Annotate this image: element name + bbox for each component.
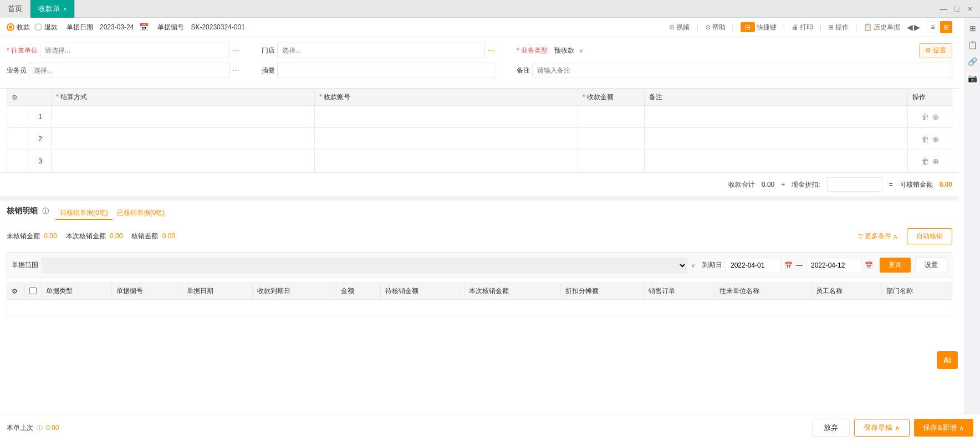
account-input-2[interactable] — [315, 128, 578, 150]
td-row2-account[interactable] — [315, 128, 578, 150]
amount-input-1[interactable] — [578, 106, 644, 127]
amount-input-2[interactable] — [578, 128, 644, 150]
section-info-icon[interactable]: ⓘ — [42, 207, 49, 216]
th-action: 操作 — [908, 89, 952, 106]
settlement-input-3[interactable] — [52, 150, 314, 172]
save-draft-btn[interactable]: 保存草稿 ∧ — [854, 419, 910, 437]
td-row3-settlement[interactable] — [52, 150, 315, 172]
settlement-input-2[interactable] — [52, 128, 314, 150]
history-action[interactable]: 📋 历史单据 — [864, 23, 900, 32]
td-row2-remark[interactable] — [645, 128, 908, 150]
bth-checkbox[interactable] — [25, 283, 42, 300]
salesman-input[interactable] — [29, 63, 230, 78]
th-amount: 收款金额 — [578, 89, 645, 106]
amount-input-3[interactable] — [578, 150, 644, 172]
done-tab[interactable]: 已核销单据(0笔) — [113, 207, 170, 220]
date-from-input[interactable] — [726, 258, 781, 273]
date-range-filter: 到期日 📅 — 📅 — [702, 258, 873, 273]
delete-row3-btn[interactable]: 🗑 — [921, 157, 929, 166]
remark-input-1[interactable] — [645, 106, 907, 127]
td-row1-amount[interactable] — [578, 106, 645, 128]
td-row1-remark[interactable] — [645, 106, 908, 128]
receipt-radio[interactable]: 收款 — [7, 23, 30, 32]
td-row3-amount[interactable] — [578, 150, 645, 172]
date-from-icon[interactable]: 📅 — [784, 261, 793, 269]
counterparty-input[interactable] — [40, 43, 230, 58]
help-action[interactable]: ⊙ 帮助 — [705, 23, 726, 32]
next-arrow[interactable]: ▶ — [914, 23, 920, 32]
salesman-dots[interactable]: ··· — [232, 66, 239, 75]
delete-row2-btn[interactable]: 🗑 — [921, 135, 929, 143]
remark-input[interactable] — [532, 63, 952, 78]
main-content: 收款 退款 单据日期 2023-03-24 📅 单据编号 SK-20230324… — [0, 18, 980, 441]
tab-home[interactable]: 首页 — [0, 0, 30, 18]
prev-arrow[interactable]: ◀ — [907, 23, 913, 32]
remark-input-3[interactable] — [645, 150, 907, 172]
filter-settings-btn[interactable]: 设置 — [915, 257, 947, 273]
settlement-input-1[interactable] — [52, 106, 314, 127]
account-input-3[interactable] — [315, 150, 578, 172]
date-to-icon[interactable]: 📅 — [865, 261, 873, 269]
delete-row1-btn[interactable]: 🗑 — [921, 112, 929, 121]
bth-gear[interactable]: ⚙ — [7, 283, 25, 300]
store-dots[interactable]: ··· — [487, 46, 494, 55]
sidebar-list-icon[interactable]: 📋 — [967, 39, 979, 51]
shortcut-action[interactable]: ⊟ 快捷键 — [741, 22, 777, 32]
td-row3-remark[interactable] — [645, 150, 908, 172]
date-to-input[interactable] — [806, 258, 861, 273]
td-row2-settlement[interactable] — [52, 128, 315, 150]
auto-reconcile-btn[interactable]: 自动核销 — [907, 228, 952, 244]
remark-input-2[interactable] — [645, 128, 907, 150]
td-row1-account[interactable] — [315, 106, 578, 128]
settings-button[interactable]: ⚙ 设置 — [919, 43, 952, 58]
help-label: 帮助 — [712, 23, 726, 32]
copy-row2-btn[interactable]: ⊕ — [932, 135, 939, 143]
range-arrow[interactable]: ∨ — [691, 261, 696, 269]
query-btn[interactable]: 查询 — [880, 258, 911, 273]
copy-row1-btn[interactable]: ⊕ — [932, 112, 939, 121]
business-type-arrow[interactable]: ∨ — [579, 47, 584, 54]
close-btn[interactable]: × — [964, 3, 976, 14]
td-row2-actions: 🗑 ⊕ — [908, 128, 952, 150]
td-row1-settlement[interactable] — [52, 106, 315, 128]
counterparty-dots[interactable]: ··· — [232, 46, 239, 55]
tab-close-icon[interactable]: × — [63, 6, 67, 12]
td-row3-account[interactable] — [315, 150, 578, 172]
save-new-btn[interactable]: 保存&新增 ∧ — [914, 419, 973, 437]
sidebar-camera-icon[interactable]: 📷 — [967, 72, 979, 84]
section-title-text: 核销明细 — [7, 206, 38, 216]
reconciliation-tabs: 待核销单据(0笔) 已核销单据(0笔) — [55, 207, 169, 220]
th-account: 收款账号 — [315, 89, 578, 106]
shortcut-icon: ⊟ — [741, 22, 755, 32]
date-dash: — — [796, 261, 803, 269]
ai-button[interactable]: Ai — [937, 351, 958, 369]
sidebar-table-icon[interactable]: ⊞ — [967, 22, 979, 34]
video-action[interactable]: ⊙ 视频 — [669, 23, 690, 32]
footer-info-icon[interactable]: ⓘ — [37, 424, 43, 432]
tab-receipt[interactable]: 收款单 × — [30, 0, 75, 18]
refund-radio[interactable]: 退款 — [34, 23, 58, 32]
remark-label: 备注 — [517, 66, 530, 75]
copy-row3-btn[interactable]: ⊕ — [932, 157, 939, 166]
td-row2-amount[interactable] — [578, 128, 645, 150]
range-select[interactable] — [42, 258, 687, 273]
summary-input[interactable] — [277, 63, 494, 78]
sidebar-link-icon[interactable]: 🔗 — [967, 55, 979, 68]
select-all-checkbox[interactable] — [29, 287, 37, 294]
discount-input[interactable] — [827, 177, 882, 192]
restore-btn[interactable]: □ — [951, 3, 962, 14]
minimize-btn[interactable]: — — [938, 3, 949, 14]
store-input[interactable] — [277, 43, 485, 58]
print-action[interactable]: 🖨 打印 — [792, 23, 813, 32]
list-view-btn[interactable]: ≡ — [927, 21, 939, 33]
account-input-1[interactable] — [315, 106, 578, 127]
toolbar-actions: ⊙ 视频 | ⊙ 帮助 | ⊟ 快捷键 | 🖨 打印 | ⊞ 操作 — [669, 21, 952, 33]
grid-view-btn[interactable]: ⊞ — [940, 21, 952, 33]
more-conditions-btn[interactable]: ▽ 更多条件 ∧ — [858, 232, 898, 241]
abandon-btn[interactable]: 放弃 — [812, 419, 850, 437]
calendar-icon[interactable]: 📅 — [139, 23, 149, 32]
operate-action[interactable]: ⊞ 操作 — [828, 23, 849, 32]
salesman-field: 业务员 ··· — [7, 63, 239, 78]
table-gear-icon[interactable]: ⚙ — [12, 94, 18, 101]
pending-tab[interactable]: 待核销单据(0笔) — [55, 207, 113, 220]
